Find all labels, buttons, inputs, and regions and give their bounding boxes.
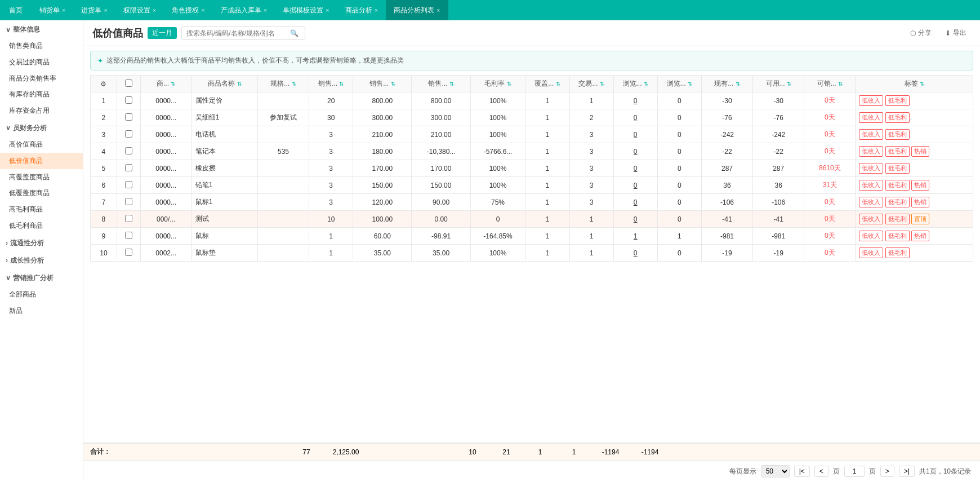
close-icon[interactable]: × (264, 0, 267, 20)
row-browse1[interactable]: 0 (613, 109, 657, 126)
browse-link[interactable]: 0 (634, 198, 638, 206)
row-select-checkbox[interactable] (125, 215, 132, 222)
sidebar-item-low-coverage[interactable]: 低覆盖度商品 (0, 185, 83, 201)
browse-link[interactable]: 0 (634, 97, 638, 105)
table-container[interactable]: ⚙ 商... ⇅ 商品名称 ⇅ (90, 75, 973, 443)
sidebar-item-in-stock-products[interactable]: 有库存的商品 (0, 86, 83, 103)
row-browse1[interactable]: 0 (613, 126, 657, 143)
sort-icon[interactable]: ⇅ (237, 81, 242, 87)
sort-icon[interactable]: ⇅ (171, 81, 175, 87)
row-browse1[interactable]: 0 (613, 92, 657, 109)
sidebar-item-high-value[interactable]: 高价值商品 (0, 136, 83, 153)
browse-link[interactable]: 0 (634, 165, 638, 173)
sort-icon[interactable]: ⇅ (339, 81, 344, 87)
col-transaction[interactable]: 交易... ⇅ (569, 76, 613, 92)
sidebar-item-category-sales-rate[interactable]: 商品分类销售率 (0, 70, 83, 87)
browse-link[interactable]: 0 (634, 215, 638, 223)
prev-page-button[interactable]: < (814, 466, 828, 477)
browse-link[interactable]: 0 (634, 182, 638, 189)
col-gear[interactable]: ⚙ (91, 76, 117, 92)
col-code[interactable]: 商... ⇅ (140, 76, 191, 92)
nav-home[interactable]: 首页 (0, 0, 32, 20)
row-browse1[interactable]: 0 (613, 160, 657, 177)
nav-role-auth[interactable]: 角色授权 × (164, 0, 212, 20)
row-select-checkbox[interactable] (125, 130, 132, 138)
browse-link[interactable]: 0 (634, 148, 638, 156)
row-select-checkbox[interactable] (125, 181, 132, 188)
row-checkbox[interactable] (117, 228, 140, 245)
sort-icon[interactable]: ⇅ (644, 81, 648, 87)
col-tags[interactable]: 标签 ⇅ (856, 76, 973, 92)
nav-purchase-order[interactable]: 进货单 × (73, 0, 115, 20)
col-current[interactable]: 现有... ⇅ (701, 76, 752, 92)
close-icon[interactable]: × (436, 0, 440, 20)
sort-icon[interactable]: ⇅ (920, 81, 924, 87)
col-sales-price[interactable]: 销售... ⇅ (412, 76, 470, 92)
nav-permission-settings[interactable]: 权限设置 × (115, 0, 164, 20)
sort-icon[interactable]: ⇅ (736, 81, 740, 87)
row-select-checkbox[interactable] (125, 249, 132, 256)
row-checkbox[interactable] (117, 109, 140, 126)
col-sales-amount[interactable]: 销售... ⇅ (353, 76, 412, 92)
last-page-button[interactable]: >| (899, 466, 915, 477)
sidebar-item-high-coverage[interactable]: 高覆盖度商品 (0, 169, 83, 185)
select-all-checkbox[interactable] (125, 79, 132, 87)
search-icon[interactable]: 🔍 (290, 29, 299, 37)
sidebar-group-marketing[interactable]: ∨ 营销推广分析 (0, 269, 83, 286)
col-available[interactable]: 可用... ⇅ (753, 76, 804, 92)
sidebar-item-traded-products[interactable]: 交易过的商品 (0, 54, 83, 70)
sort-icon[interactable]: ⇅ (507, 81, 511, 87)
nav-product-analysis-list[interactable]: 商品分析列表 × (386, 0, 448, 20)
browse-link[interactable]: 0 (634, 249, 638, 257)
sidebar-item-new-products[interactable]: 新品 (0, 303, 83, 319)
nav-template-settings[interactable]: 单据模板设置 × (275, 0, 337, 20)
sort-icon[interactable]: ⇅ (600, 81, 604, 87)
col-sellable[interactable]: 可销... ⇅ (804, 76, 856, 92)
close-icon[interactable]: × (326, 0, 329, 20)
row-select-checkbox[interactable] (125, 147, 132, 154)
row-checkbox[interactable] (117, 126, 140, 143)
col-coverage[interactable]: 覆盖... ⇅ (525, 76, 569, 92)
next-page-button[interactable]: > (880, 466, 894, 477)
close-icon[interactable]: × (375, 0, 378, 20)
sort-icon[interactable]: ⇅ (787, 81, 791, 87)
sort-icon[interactable]: ⇅ (838, 81, 843, 87)
nav-product-analysis[interactable]: 商品分析 × (337, 0, 386, 20)
sort-icon[interactable]: ⇅ (449, 81, 454, 87)
sort-icon[interactable]: ⇅ (292, 81, 296, 87)
close-icon[interactable]: × (104, 0, 107, 20)
sidebar-group-growth[interactable]: › 成长性分析 (0, 251, 83, 269)
col-spec[interactable]: 规格... ⇅ (257, 76, 309, 92)
nav-finished-goods[interactable]: 产成品入库单 × (213, 0, 275, 20)
nav-sales-order[interactable]: 销货单 × (32, 0, 73, 20)
row-checkbox[interactable] (117, 177, 140, 194)
sort-icon[interactable]: ⇅ (391, 81, 395, 87)
row-select-checkbox[interactable] (125, 164, 132, 171)
per-page-select[interactable]: 50 20 100 (761, 465, 790, 477)
first-page-button[interactable]: |< (794, 466, 810, 477)
col-browse2[interactable]: 浏览... ⇅ (657, 76, 701, 92)
row-select-checkbox[interactable] (125, 232, 132, 239)
row-checkbox[interactable] (117, 92, 140, 109)
browse-link[interactable]: 0 (634, 114, 638, 122)
page-number-input[interactable] (844, 466, 865, 477)
period-badge[interactable]: 近一月 (148, 27, 177, 39)
col-sales-qty[interactable]: 销售... ⇅ (309, 76, 353, 92)
col-name[interactable]: 商品名称 ⇅ (191, 76, 257, 92)
sidebar-item-high-margin[interactable]: 高毛利商品 (0, 201, 83, 218)
sidebar-group-liquidity[interactable]: › 流通性分析 (0, 234, 83, 251)
sidebar-group-overall[interactable]: ∨ 整体信息 (0, 20, 83, 38)
col-browse1[interactable]: 浏览... ⇅ (613, 76, 657, 92)
sidebar-item-low-margin[interactable]: 低毛利商品 (0, 218, 83, 234)
search-box[interactable]: 🔍 (181, 26, 305, 40)
sort-icon[interactable]: ⇅ (556, 81, 560, 87)
sidebar-item-sales-products[interactable]: 销售类商品 (0, 38, 83, 54)
close-icon[interactable]: × (153, 0, 156, 20)
close-icon[interactable]: × (62, 0, 65, 20)
sidebar-item-all-products[interactable]: 全部商品 (0, 286, 83, 303)
row-browse1[interactable]: 0 (613, 143, 657, 160)
row-checkbox[interactable] (117, 245, 140, 262)
col-check[interactable] (117, 76, 140, 92)
browse-link[interactable]: 0 (634, 131, 638, 139)
row-browse1[interactable]: 0 (613, 211, 657, 228)
